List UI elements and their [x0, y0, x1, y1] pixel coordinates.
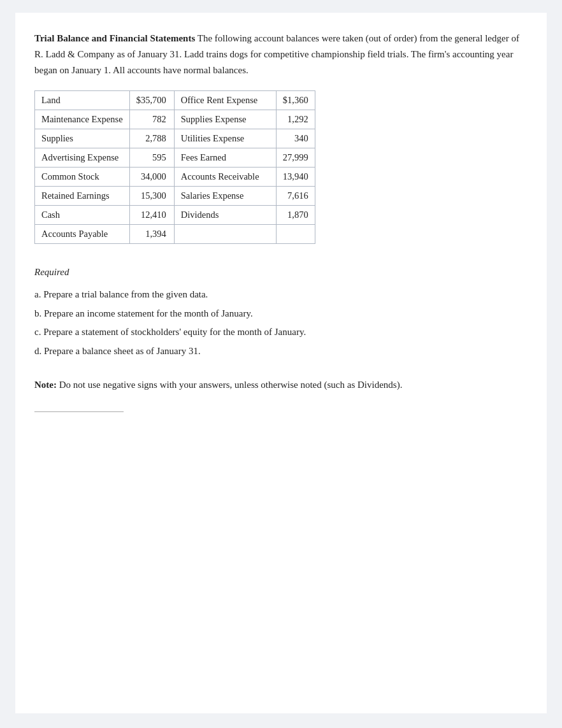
required-item-4: d. Prepare a balance sheet as of January… [34, 343, 528, 360]
right-amount: $1,360 [276, 91, 315, 110]
right-amount: 7,616 [276, 187, 315, 206]
note-section: Note: Do not use negative signs with you… [34, 377, 528, 392]
required-item-1: a. Prepare a trial balance from the give… [34, 287, 528, 303]
intro-paragraph: Trial Balance and Financial Statements T… [34, 31, 528, 78]
page-content: Trial Balance and Financial Statements T… [15, 13, 547, 713]
left-account-name: Supplies [35, 129, 130, 148]
table-row: Common Stock34,000Accounts Receivable13,… [35, 168, 315, 187]
right-amount: 13,940 [276, 168, 315, 187]
required-item-3: c. Prepare a statement of stockholders' … [34, 324, 528, 341]
table-row: Maintenance Expense782Supplies Expense1,… [35, 110, 315, 129]
left-amount: 782 [129, 110, 174, 129]
intro-bold: Trial Balance and Financial Statements [34, 33, 195, 43]
left-amount: 12,410 [129, 206, 174, 225]
left-amount: 1,394 [129, 225, 174, 244]
right-account-name: Dividends [174, 206, 276, 225]
right-account-name [174, 225, 276, 244]
right-account-name: Supplies Expense [174, 110, 276, 129]
left-account-name: Accounts Payable [35, 225, 130, 244]
left-account-name: Maintenance Expense [35, 110, 130, 129]
accounts-table: Land$35,700Office Rent Expense$1,360Main… [34, 90, 315, 244]
required-section: Required a. Prepare a trial balance from… [34, 267, 528, 359]
right-amount: 1,870 [276, 206, 315, 225]
right-account-name: Accounts Receivable [174, 168, 276, 187]
right-account-name: Fees Earned [174, 148, 276, 168]
table-row: Cash12,410Dividends1,870 [35, 206, 315, 225]
left-amount: 2,788 [129, 129, 174, 148]
right-account-name: Salaries Expense [174, 187, 276, 206]
right-account-name: Office Rent Expense [174, 91, 276, 110]
table-row: Advertising Expense595Fees Earned27,999 [35, 148, 315, 168]
left-account-name: Retained Earnings [35, 187, 130, 206]
left-account-name: Cash [35, 206, 130, 225]
table-row: Accounts Payable1,394 [35, 225, 315, 244]
left-amount: $35,700 [129, 91, 174, 110]
left-account-name: Advertising Expense [35, 148, 130, 168]
left-account-name: Land [35, 91, 130, 110]
left-amount: 34,000 [129, 168, 174, 187]
right-account-name: Utilities Expense [174, 129, 276, 148]
table-row: Land$35,700Office Rent Expense$1,360 [35, 91, 315, 110]
note-bold: Note: [34, 380, 57, 390]
right-amount: 27,999 [276, 148, 315, 168]
left-account-name: Common Stock [35, 168, 130, 187]
required-item-2: b. Prepare an income statement for the m… [34, 306, 528, 322]
right-amount: 1,292 [276, 110, 315, 129]
table-row: Supplies2,788Utilities Expense340 [35, 129, 315, 148]
bottom-divider [34, 411, 124, 412]
required-label: Required [34, 267, 528, 278]
left-amount: 15,300 [129, 187, 174, 206]
left-amount: 595 [129, 148, 174, 168]
right-amount [276, 225, 315, 244]
right-amount: 340 [276, 129, 315, 148]
note-text: Do not use negative signs with your answ… [57, 380, 402, 390]
table-row: Retained Earnings15,300Salaries Expense7… [35, 187, 315, 206]
